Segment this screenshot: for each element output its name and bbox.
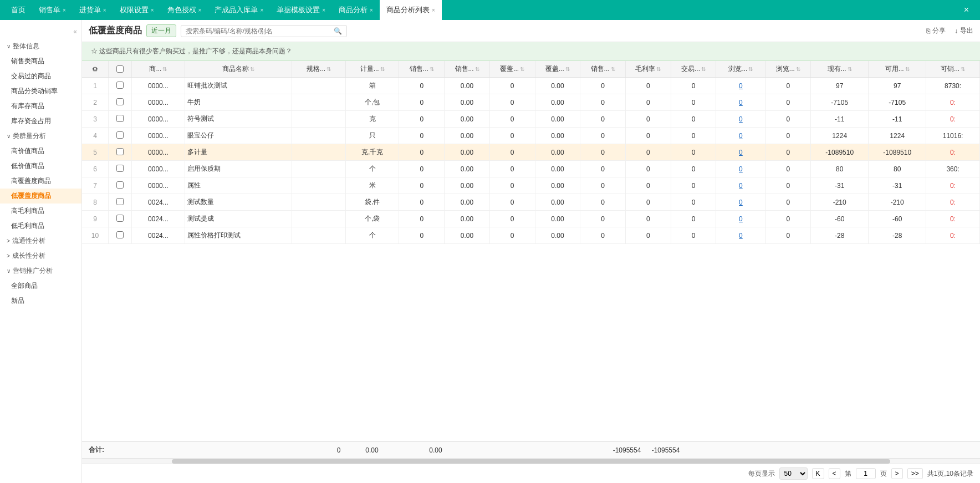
cell-current: -60	[811, 211, 869, 227]
sidebar-item-sales-goods[interactable]: 销售类商品	[0, 54, 81, 69]
cell-browse1[interactable]: 0	[716, 78, 765, 94]
sidebar-section-overview[interactable]: ∨ 整体信息	[0, 39, 81, 54]
cell-checkbox[interactable]	[109, 177, 132, 194]
sidebar-item-new-goods[interactable]: 新品	[0, 293, 81, 308]
cell-checkbox[interactable]	[109, 111, 132, 128]
table-container[interactable]: ⚙ 商...⇅ 商品名称⇅ 规格...⇅	[82, 61, 980, 441]
nav-item-purchase[interactable]: 进货单 ×	[73, 0, 113, 20]
nav-item-analysis[interactable]: 商品分析 ×	[332, 0, 380, 20]
col-settings[interactable]: ⚙	[82, 61, 109, 78]
col-available[interactable]: 可用...⇅	[869, 61, 926, 78]
nav-close-roles[interactable]: ×	[198, 7, 202, 13]
col-current-stock[interactable]: 现有...⇅	[811, 61, 869, 78]
cell-browse1[interactable]: 0	[716, 194, 765, 211]
nav-item-roles[interactable]: 角色授权 ×	[161, 0, 208, 20]
page-number-input[interactable]	[856, 468, 876, 479]
col-cov1[interactable]: 覆盖...⇅	[489, 61, 535, 78]
row-checkbox[interactable]	[116, 98, 124, 105]
next-page-button[interactable]: >	[891, 468, 903, 479]
col-checkbox[interactable]	[109, 61, 132, 78]
col-spec[interactable]: 规格...⇅	[292, 61, 346, 78]
cell-browse1[interactable]: 0	[716, 94, 765, 111]
window-close-button[interactable]: ×	[957, 5, 976, 15]
nav-close-products[interactable]: ×	[260, 7, 263, 13]
select-all-checkbox[interactable]	[116, 65, 124, 73]
col-sales-qty[interactable]: 销售...⇅	[399, 61, 445, 78]
col-sales3[interactable]: 销售...⇅	[580, 61, 626, 78]
nav-item-sales[interactable]: 销售单 ×	[32, 0, 73, 20]
search-input[interactable]	[186, 27, 331, 35]
cell-browse1[interactable]: 0	[716, 161, 765, 177]
cell-checkbox[interactable]	[109, 144, 132, 161]
col-sellable[interactable]: 可销...⇅	[926, 61, 980, 78]
sidebar-item-high-margin[interactable]: 高毛利商品	[0, 204, 81, 218]
cell-browse1[interactable]: 0	[716, 128, 765, 144]
export-button[interactable]: ↓ 导出	[955, 26, 973, 35]
row-checkbox[interactable]	[116, 215, 124, 222]
sidebar-section-cluster[interactable]: ∨ 类群量分析	[0, 129, 81, 144]
sidebar-collapse-button[interactable]: «	[0, 24, 81, 39]
sidebar-item-all-goods[interactable]: 全部商品	[0, 278, 81, 293]
col-cov2[interactable]: 覆盖...⇅	[535, 61, 580, 78]
nav-close-analysis[interactable]: ×	[370, 7, 373, 13]
nav-close-permissions[interactable]: ×	[151, 7, 154, 13]
nav-close-templates[interactable]: ×	[322, 7, 325, 13]
cell-browse1[interactable]: 0	[716, 144, 765, 161]
row-checkbox[interactable]	[116, 82, 124, 89]
last-page-button[interactable]: >>	[907, 468, 923, 479]
period-badge[interactable]: 近一月	[146, 24, 176, 37]
nav-item-permissions[interactable]: 权限设置 ×	[113, 0, 161, 20]
nav-item-products[interactable]: 产成品入库单 ×	[208, 0, 270, 20]
sidebar-item-low-value[interactable]: 低价值商品	[0, 159, 81, 174]
first-page-button[interactable]: K	[812, 468, 824, 479]
row-checkbox[interactable]	[116, 115, 124, 122]
col-browse1[interactable]: 浏览...⇅	[716, 61, 765, 78]
col-name[interactable]: 商品名称⇅	[185, 61, 292, 78]
col-gross-rate[interactable]: 毛利率⇅	[625, 61, 671, 78]
share-button[interactable]: ⎘ 分享	[926, 26, 946, 35]
nav-close-sales[interactable]: ×	[63, 7, 66, 13]
search-icon[interactable]: 🔍	[334, 27, 342, 35]
nav-item-analysis-list[interactable]: 商品分析列表 ×	[380, 0, 442, 20]
cell-checkbox[interactable]	[109, 211, 132, 227]
horizontal-scrollbar[interactable]	[82, 458, 980, 464]
row-checkbox[interactable]	[116, 231, 124, 238]
cell-checkbox[interactable]	[109, 194, 132, 211]
sidebar-item-high-coverage[interactable]: 高覆盖度商品	[0, 174, 81, 189]
cell-browse1[interactable]: 0	[716, 111, 765, 128]
row-checkbox[interactable]	[116, 131, 124, 139]
cell-browse1[interactable]: 0	[716, 227, 765, 244]
row-checkbox[interactable]	[116, 148, 124, 155]
cell-browse1[interactable]: 0	[716, 211, 765, 227]
cell-browse1[interactable]: 0	[716, 177, 765, 194]
nav-item-templates[interactable]: 单据模板设置 ×	[270, 0, 332, 20]
sidebar-section-marketing[interactable]: ∨ 营销推广分析	[0, 263, 81, 278]
nav-close-purchase[interactable]: ×	[103, 7, 106, 13]
sidebar-section-growth[interactable]: > 成长性分析	[0, 248, 81, 263]
sidebar-item-low-margin[interactable]: 低毛利商品	[0, 218, 81, 233]
page-size-select[interactable]: 50 10 20 100	[779, 467, 808, 480]
col-trans[interactable]: 交易...⇅	[671, 61, 716, 78]
sidebar-item-stocked-goods[interactable]: 有库存商品	[0, 99, 81, 114]
cell-checkbox[interactable]	[109, 227, 132, 244]
row-checkbox[interactable]	[116, 198, 124, 205]
prev-page-button[interactable]: <	[829, 468, 840, 479]
cell-checkbox[interactable]	[109, 94, 132, 111]
col-sales-amt[interactable]: 销售...⇅	[445, 61, 490, 78]
sidebar-item-traded-goods[interactable]: 交易过的商品	[0, 69, 81, 84]
cell-checkbox[interactable]	[109, 78, 132, 94]
col-code[interactable]: 商...⇅	[131, 61, 185, 78]
row-checkbox[interactable]	[116, 181, 124, 189]
sidebar-item-category-rate[interactable]: 商品分类动销率	[0, 84, 81, 99]
col-browse2[interactable]: 浏览...⇅	[765, 61, 811, 78]
sidebar-item-high-value[interactable]: 高价值商品	[0, 144, 81, 159]
nav-close-analysis-list[interactable]: ×	[432, 7, 435, 13]
sidebar-item-capital[interactable]: 库存资金占用	[0, 114, 81, 129]
nav-item-home[interactable]: 首页	[4, 0, 32, 20]
col-unit[interactable]: 计量...⇅	[345, 61, 399, 78]
sidebar-section-circulation[interactable]: > 流通性分析	[0, 233, 81, 248]
cell-checkbox[interactable]	[109, 128, 132, 144]
cell-checkbox[interactable]	[109, 161, 132, 177]
sidebar-item-low-coverage[interactable]: 低覆盖度商品	[0, 189, 81, 204]
row-checkbox[interactable]	[116, 165, 124, 172]
